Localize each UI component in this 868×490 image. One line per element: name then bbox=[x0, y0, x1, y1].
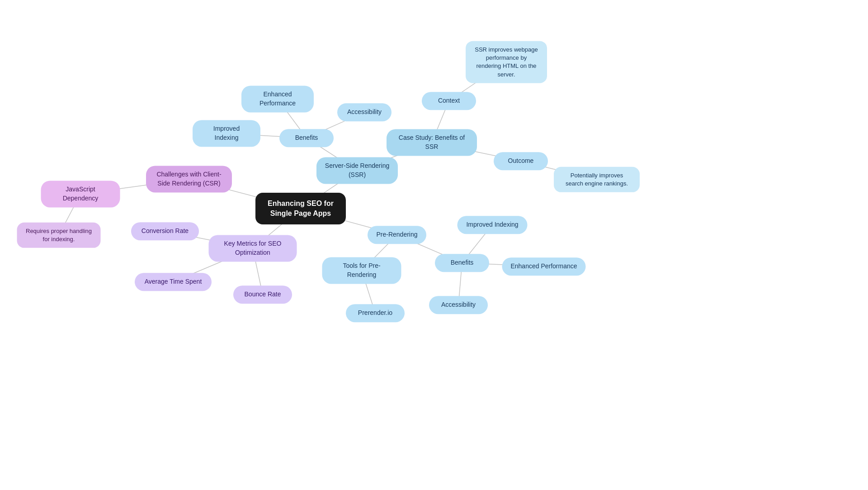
node-prerender_io[interactable]: Prerender.io bbox=[346, 304, 405, 322]
node-ssr_accessibility[interactable]: Accessibility bbox=[337, 103, 392, 121]
node-ssr_benefits[interactable]: Benefits bbox=[279, 129, 334, 147]
node-ssr[interactable]: Server-Side Rendering (SSR) bbox=[316, 157, 398, 184]
mindmap-canvas: Enhancing SEO for Single Page AppsServer… bbox=[0, 0, 868, 490]
node-csr_js_dep[interactable]: JavaScript Dependency bbox=[41, 181, 120, 207]
node-ssr_context_desc[interactable]: SSR improves webpage performance by rend… bbox=[466, 41, 547, 83]
node-ssr_case_study[interactable]: Case Study: Benefits of SSR bbox=[387, 129, 477, 156]
node-conversion_rate[interactable]: Conversion Rate bbox=[131, 222, 199, 240]
node-ssr_enhanced_perf[interactable]: Enhanced Performance bbox=[241, 86, 314, 112]
node-ssr_improved_indexing[interactable]: Improved Indexing bbox=[193, 120, 260, 147]
node-ssr_context[interactable]: Context bbox=[422, 92, 476, 110]
node-key_metrics[interactable]: Key Metrics for SEO Optimization bbox=[209, 235, 297, 262]
node-pre_improved_indexing[interactable]: Improved Indexing bbox=[458, 216, 528, 234]
connections-svg bbox=[0, 0, 868, 490]
node-ssr_outcome[interactable]: Outcome bbox=[494, 152, 548, 170]
node-csr_indexing[interactable]: Requires proper handling for indexing. bbox=[17, 223, 101, 248]
node-pre_enhanced_perf[interactable]: Enhanced Performance bbox=[502, 257, 586, 276]
node-center[interactable]: Enhancing SEO for Single Page Apps bbox=[255, 193, 346, 224]
node-tools_pre_rendering[interactable]: Tools for Pre-Rendering bbox=[322, 257, 401, 284]
node-pre_benefits[interactable]: Benefits bbox=[435, 254, 489, 272]
node-csr[interactable]: Challenges with Client-Side Rendering (C… bbox=[146, 166, 232, 192]
node-bounce_rate[interactable]: Bounce Rate bbox=[233, 285, 292, 304]
node-pre_rendering[interactable]: Pre-Rendering bbox=[368, 226, 426, 244]
node-avg_time[interactable]: Average Time Spent bbox=[135, 273, 212, 291]
node-pre_accessibility[interactable]: Accessibility bbox=[429, 296, 488, 314]
node-ssr_outcome_desc[interactable]: Potentially improves search engine ranki… bbox=[554, 167, 640, 192]
